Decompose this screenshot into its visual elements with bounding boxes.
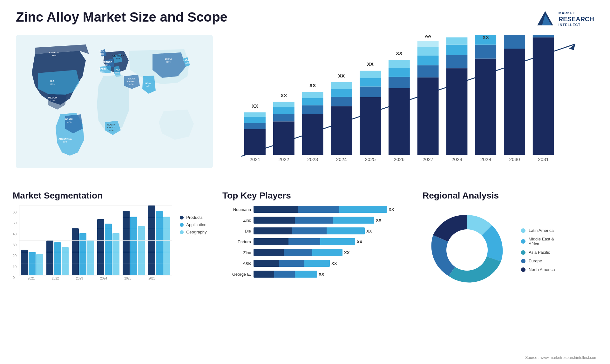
world-map: CANADA xx% U.S. xx% MEXICO xx% BRAZIL xx… xyxy=(16,35,213,168)
svg-rect-54 xyxy=(331,89,352,97)
players-section: Top Key Players Neumann XX Zinc xyxy=(219,189,416,296)
svg-rect-60 xyxy=(360,71,381,78)
svg-rect-79 xyxy=(475,45,496,59)
logo: MARKET RESEARCH INTELLECT xyxy=(536,10,594,29)
svg-rect-47 xyxy=(302,114,323,155)
legend-geography: Geography xyxy=(180,230,207,234)
svg-text:xx%: xx% xyxy=(116,57,120,60)
legend-europe: Europe xyxy=(521,259,555,263)
svg-rect-55 xyxy=(331,82,352,89)
svg-rect-44 xyxy=(273,107,295,114)
seg-bar-group-2022 xyxy=(46,240,69,275)
svg-rect-63 xyxy=(389,77,410,88)
player-row: Zinc XX xyxy=(222,216,413,224)
svg-rect-49 xyxy=(302,98,323,105)
svg-text:xx%: xx% xyxy=(109,129,113,131)
svg-text:MEXICO: MEXICO xyxy=(48,97,57,99)
players-title: Top Key Players xyxy=(222,191,413,201)
svg-text:JAPAN: JAPAN xyxy=(183,59,190,61)
svg-text:2026: 2026 xyxy=(394,157,404,162)
svg-rect-69 xyxy=(417,56,439,65)
legend-middle-east-africa: Middle East &Africa xyxy=(521,237,555,246)
legend-latin-america: Latin America xyxy=(521,228,555,233)
svg-text:xx%: xx% xyxy=(105,64,109,66)
svg-rect-40 xyxy=(244,112,266,117)
svg-text:U.S.: U.S. xyxy=(50,80,55,82)
map-section: CANADA xx% U.S. xx% MEXICO xx% BRAZIL xx… xyxy=(10,32,216,187)
svg-rect-48 xyxy=(302,105,323,114)
svg-text:xx%: xx% xyxy=(166,61,170,63)
y-label-50: 50 xyxy=(13,221,17,225)
svg-text:INDIA: INDIA xyxy=(145,82,151,84)
header: Zinc Alloy Market Size and Scope MARKET … xyxy=(0,0,610,32)
svg-text:U.K.: U.K. xyxy=(99,50,104,52)
bar-chart-section: XX XX XX XX XX xyxy=(216,32,600,187)
svg-rect-70 xyxy=(417,47,439,56)
svg-text:SAUDI: SAUDI xyxy=(128,78,135,80)
y-label-40: 40 xyxy=(13,232,17,236)
svg-text:xx%: xx% xyxy=(52,54,56,57)
player-row: George E. XX xyxy=(222,270,413,278)
legend-asia-pacific: Asia Pacific xyxy=(521,250,555,255)
svg-text:2025: 2025 xyxy=(365,157,376,162)
svg-text:ARGENTINA: ARGENTINA xyxy=(58,138,72,140)
svg-point-107 xyxy=(446,229,488,271)
segmentation-section: Market Segmentation 60 50 40 30 20 10 0 xyxy=(10,189,216,296)
source-text: Source : www.marketresearchintellect.com xyxy=(525,355,597,360)
segmentation-title: Market Segmentation xyxy=(13,191,213,201)
svg-text:XX: XX xyxy=(281,93,287,98)
svg-rect-71 xyxy=(417,41,439,47)
svg-rect-42 xyxy=(273,121,295,155)
svg-rect-78 xyxy=(475,59,496,155)
svg-rect-45 xyxy=(273,102,295,107)
svg-text:ARABIA: ARABIA xyxy=(127,80,135,83)
y-label-30: 30 xyxy=(13,243,17,247)
logo-icon xyxy=(536,10,555,29)
player-row: Zinc XX xyxy=(222,249,413,256)
regional-title: Regional Analysis xyxy=(423,191,597,201)
y-label-20: 20 xyxy=(13,254,17,258)
svg-rect-50 xyxy=(302,92,323,98)
legend-application: Application xyxy=(180,222,207,227)
svg-rect-53 xyxy=(331,97,352,106)
svg-text:XX: XX xyxy=(252,103,258,109)
svg-rect-64 xyxy=(389,68,410,77)
svg-text:xx%: xx% xyxy=(100,71,104,73)
svg-rect-38 xyxy=(244,123,266,129)
donut-chart xyxy=(423,206,512,294)
svg-rect-67 xyxy=(417,78,439,155)
svg-rect-62 xyxy=(389,88,410,155)
svg-rect-73 xyxy=(446,68,467,155)
svg-rect-59 xyxy=(360,78,381,87)
svg-rect-76 xyxy=(446,37,467,45)
growth-bar-chart: XX XX XX XX XX xyxy=(226,35,591,172)
svg-text:CHINA: CHINA xyxy=(165,58,172,60)
legend-products: Products xyxy=(180,215,207,220)
svg-text:AFRICA: AFRICA xyxy=(107,126,115,129)
legend-north-america: North America xyxy=(521,267,555,272)
svg-rect-85 xyxy=(533,37,554,155)
svg-text:xx%: xx% xyxy=(115,71,119,74)
svg-text:2030: 2030 xyxy=(509,157,520,162)
svg-rect-68 xyxy=(417,65,439,78)
svg-text:GERMANY: GERMANY xyxy=(112,55,124,57)
svg-text:SPAIN: SPAIN xyxy=(99,68,106,70)
svg-rect-75 xyxy=(446,45,467,55)
svg-rect-86 xyxy=(533,35,554,37)
svg-text:2023: 2023 xyxy=(307,157,318,162)
svg-text:xx%: xx% xyxy=(50,99,54,102)
seg-bar-group-2024 xyxy=(97,219,119,275)
donut-chart-area: Latin America Middle East &Africa Asia P… xyxy=(423,206,597,294)
svg-text:xx%: xx% xyxy=(129,83,133,85)
svg-text:XX: XX xyxy=(367,61,374,67)
svg-text:2021: 2021 xyxy=(249,157,260,162)
regional-legend: Latin America Middle East &Africa Asia P… xyxy=(521,228,555,272)
regional-section: Regional Analysis xyxy=(419,189,600,296)
y-label-0: 0 xyxy=(13,276,17,280)
svg-rect-37 xyxy=(244,129,266,155)
svg-rect-83 xyxy=(504,35,525,49)
seg-bar-group-2021 xyxy=(21,250,43,275)
svg-text:xx%: xx% xyxy=(146,85,150,87)
svg-text:2031: 2031 xyxy=(538,157,549,162)
svg-text:XX: XX xyxy=(338,73,345,78)
